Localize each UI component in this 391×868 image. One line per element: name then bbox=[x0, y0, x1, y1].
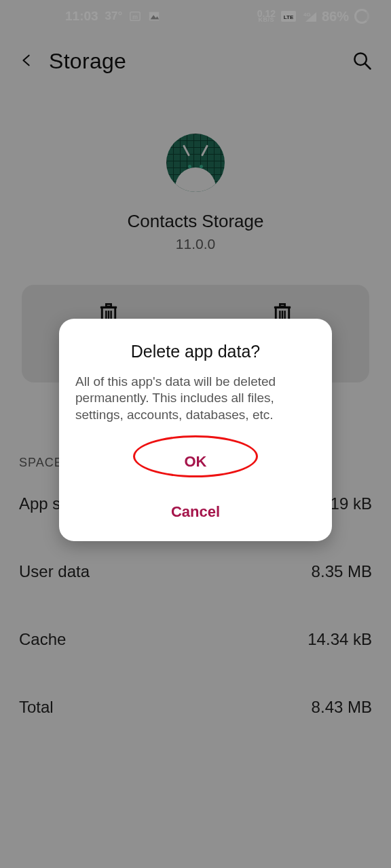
cancel-button[interactable]: Cancel bbox=[75, 503, 316, 521]
delete-dialog: Delete app data? All of this app's data … bbox=[59, 319, 332, 541]
dialog-title: Delete app data? bbox=[75, 342, 316, 361]
modal-overlay[interactable]: Delete app data? All of this app's data … bbox=[0, 0, 391, 868]
ok-button[interactable]: OK bbox=[157, 450, 234, 473]
dialog-body: All of this app's data will be deleted p… bbox=[75, 374, 316, 423]
